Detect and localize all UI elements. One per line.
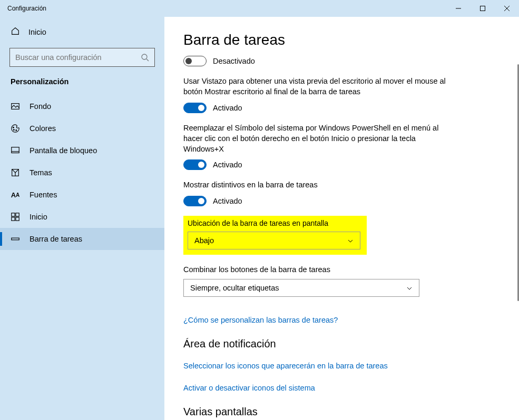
lockscreen-icon [11,146,20,155]
toggle-row-4: Activado [183,196,500,206]
svg-rect-14 [12,213,15,216]
nav-item-temas[interactable]: Temas [0,162,164,184]
fonts-icon: AA [11,190,20,199]
scrollbar[interactable] [517,17,519,420]
chevron-down-icon [406,285,413,291]
toggle-row-2: Activado [183,103,500,113]
sidebar: Inicio Personalización Fondo Colores Pan… [0,17,164,420]
nav-label: Pantalla de bloqueo [30,146,97,155]
toggle-row-1: Desactivado [183,56,500,66]
setting-desc-powershell: Reemplazar el Símbolo del sistema por Wi… [183,123,452,155]
location-label: Ubicación de la barra de tareas en panta… [188,219,363,227]
link-select-icons[interactable]: Seleccionar los iconos que aparecerán en… [183,362,500,370]
nav-label: Barra de tareas [30,235,82,243]
main-area: Inicio Personalización Fondo Colores Pan… [0,17,519,420]
nav-list: Fondo Colores Pantalla de bloqueo Temas … [0,95,164,250]
setting-desc-peek: Usar Vistazo para obtener una vista prev… [183,76,452,97]
link-system-icons[interactable]: Activar o desactivar iconos del sistema [183,384,500,392]
toggle-row-3: Activado [183,159,500,170]
nav-item-colores[interactable]: Colores [0,117,164,139]
svg-rect-16 [12,217,15,221]
toggle-3-state: Activado [213,161,242,169]
svg-line-5 [146,59,149,61]
location-value: Abajo [194,236,214,245]
subheading-pantallas: Varias pantallas [183,406,500,418]
link-customize[interactable]: ¿Cómo se personalizan las barras de tare… [183,316,500,324]
nav-label: Inicio [30,213,47,221]
search-icon [141,53,149,62]
search-input[interactable] [15,53,141,62]
nav-label: Temas [30,168,52,177]
home-icon [11,26,20,37]
nav-item-inicio[interactable]: Inicio [0,206,164,228]
combine-dropdown[interactable]: Siempre, ocultar etiquetas [183,279,419,297]
svg-point-9 [16,130,17,131]
svg-rect-15 [16,213,19,216]
svg-rect-17 [16,217,19,221]
taskbar-icon [11,234,20,244]
image-icon [11,102,20,111]
svg-point-7 [13,127,14,128]
location-dropdown[interactable]: Abajo [188,232,360,249]
palette-icon [11,124,20,133]
toggle-badges[interactable] [183,196,207,206]
nav-item-fuentes[interactable]: AA Fuentes [0,184,164,206]
nav-label: Fuentes [30,191,57,199]
page-title: Barra de tareas [183,32,500,48]
window-title: Configuración [0,5,46,12]
combine-value: Siempre, ocultar etiquetas [190,284,279,292]
home-label: Inicio [28,28,46,36]
svg-rect-1 [481,6,485,11]
setting-desc-badges: Mostrar distintivos en la barra de tarea… [183,179,452,190]
window-controls [446,0,519,17]
svg-point-4 [142,54,147,59]
themes-icon [11,168,20,177]
toggle-1[interactable] [183,56,207,66]
combine-label: Combinar los botones de la barra de tare… [183,265,500,274]
section-title: Personalización [0,74,164,95]
nav-item-fondo[interactable]: Fondo [0,95,164,117]
svg-point-8 [13,129,14,131]
content-pane: Barra de tareas Desactivado Usar Vistazo… [164,17,519,420]
nav-item-barra-tareas[interactable]: Barra de tareas [0,228,164,250]
toggle-4-state: Activado [213,197,242,205]
start-icon [11,212,20,222]
highlighted-location-setting: Ubicación de la barra de tareas en panta… [183,216,367,255]
toggle-1-state: Desactivado [213,57,255,65]
titlebar: Configuración [0,0,519,17]
toggle-peek[interactable] [183,103,207,113]
minimize-button[interactable] [446,0,471,17]
toggle-powershell[interactable] [183,159,207,170]
svg-rect-18 [12,238,19,240]
home-link[interactable]: Inicio [0,21,164,43]
subheading-notificaciones: Área de notificación [183,338,500,350]
nav-item-bloqueo[interactable]: Pantalla de bloqueo [0,139,164,162]
search-box[interactable] [9,48,155,67]
nav-label: Colores [30,124,56,133]
svg-rect-10 [12,147,19,153]
maximize-button[interactable] [471,0,495,17]
toggle-2-state: Activado [213,104,242,112]
chevron-down-icon [347,237,354,244]
nav-label: Fondo [30,102,51,111]
close-button[interactable] [495,0,519,17]
